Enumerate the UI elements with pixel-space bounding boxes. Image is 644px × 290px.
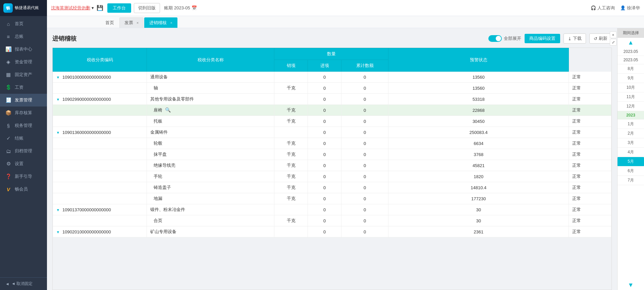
tab-reconcile-close[interactable]: × xyxy=(170,21,172,25)
period-item[interactable]: 6月 xyxy=(618,166,644,176)
cell-total: 30450 xyxy=(388,116,569,127)
period-item[interactable]: 12月 xyxy=(618,102,644,111)
workbench-button[interactable]: 工作台 xyxy=(107,3,131,13)
cell-purchase: 0 xyxy=(341,83,388,94)
collapse-icon[interactable]: ▼ xyxy=(56,97,60,101)
sidebar-item-settle[interactable]: ✓ 结账 xyxy=(0,132,47,145)
period-item[interactable]: 8月 xyxy=(618,64,644,74)
cell-unit xyxy=(274,72,308,83)
period-item[interactable]: 10月 xyxy=(618,83,644,92)
sidebar-item-reports[interactable]: 📊 报表中心 xyxy=(0,43,47,56)
refresh-button[interactable]: ↺ 刷新 xyxy=(589,33,612,44)
right-panel-close-button[interactable]: × xyxy=(610,31,616,38)
cell-sale: 0 xyxy=(308,138,341,149)
period-item[interactable]: 5月 xyxy=(618,157,644,166)
cell-purchase: 0 xyxy=(341,160,388,171)
cell-purchase: 0 xyxy=(341,215,388,226)
toggle-expand[interactable]: 全部展开 xyxy=(488,35,521,42)
cell-total: 13560 xyxy=(388,72,569,83)
period-down-button[interactable]: ▼ xyxy=(618,280,644,290)
topbar: 沈海英测试经营勿删 ▾ 💾 工作台 切到旧版 账期 2023-05 📅 🎧 人工… xyxy=(47,0,644,16)
collapse-icon[interactable]: ▼ xyxy=(56,208,60,212)
tab-reconcile[interactable]: 进销稽核 × xyxy=(144,17,177,28)
period-item[interactable]: 2月 xyxy=(618,129,644,138)
period-item[interactable]: 3月 xyxy=(618,138,644,148)
period-up-button[interactable]: ▲ xyxy=(618,38,644,48)
product-code-button[interactable]: 商品编码设置 xyxy=(525,34,560,43)
tab-invoice[interactable]: 发票 × xyxy=(119,17,144,28)
cell-name: 铸造盖子 xyxy=(147,182,274,193)
cell-name: 矿山专用设备 xyxy=(147,226,274,237)
headset-icon: 🎧 xyxy=(591,5,596,10)
th-purchase: 进项 xyxy=(308,60,341,72)
period-item[interactable]: 2023.05 xyxy=(618,48,644,56)
period-item[interactable]: 7月 xyxy=(618,176,644,185)
cell-total: 45821 xyxy=(388,160,569,171)
period-label: 账期 xyxy=(164,5,173,11)
table-row: 抹平盘 千克 0 0 3768 正常 xyxy=(53,149,611,160)
page-actions: 全部展开 商品编码设置 ⤓ 下载 ↺ 刷新 xyxy=(488,33,612,44)
sidebar-item-inventory[interactable]: 📦 库存核算 xyxy=(0,106,47,119)
period-item[interactable]: 4月 xyxy=(618,148,644,157)
cell-code: ▼ 10902990000000000000 xyxy=(53,94,147,105)
cell-unit xyxy=(274,94,308,105)
right-panel-header: 期间选择 xyxy=(618,28,644,38)
sidebar-item-assets[interactable]: ▦ 固定资产 xyxy=(0,68,47,81)
sidebar-item-tax[interactable]: § 税务管理 xyxy=(0,119,47,132)
topbar-user[interactable]: 👤 徐泽华 xyxy=(620,5,640,11)
cell-name: 金属铸件 xyxy=(147,127,274,138)
sidebar-item-archive-label: 归档管理 xyxy=(15,148,32,154)
payroll-icon: 💲 xyxy=(5,84,11,90)
sidebar-item-funds[interactable]: ◈ 资金管理 xyxy=(0,56,47,68)
cell-total: 13560 xyxy=(388,83,569,94)
sidebar-item-ledger[interactable]: ≡ 总账 xyxy=(0,30,47,43)
topbar-service[interactable]: 🎧 人工咨询 xyxy=(591,5,615,11)
sidebar-item-payroll[interactable]: 💲 工资 xyxy=(0,81,47,94)
topbar-company[interactable]: 沈海英测试经营勿删 ▾ xyxy=(51,5,94,11)
toggle-switch[interactable] xyxy=(488,35,502,42)
sidebar-item-guide[interactable]: ❓ 新手引导 xyxy=(0,170,47,183)
sidebar-footer-label: ◄ 取消固定 xyxy=(11,281,33,287)
cell-purchase: 0 xyxy=(341,138,388,149)
sidebar-item-invoice[interactable]: 🧾 发票管理 xyxy=(0,94,47,106)
period-item[interactable]: 2023 xyxy=(618,111,644,120)
cell-status: 正常 xyxy=(569,116,611,127)
sidebar-item-archive[interactable]: 🗂 归档管理 xyxy=(0,145,47,157)
cell-name: 手轮 xyxy=(147,171,274,182)
switch-version-button[interactable]: 切到旧版 xyxy=(134,3,160,13)
sidebar-footer-collapse[interactable]: ◄ ◄ 取消固定 xyxy=(0,277,47,290)
table-row: 托板 千克 0 0 30450 正常 xyxy=(53,116,611,127)
period-item[interactable]: 9月 xyxy=(618,74,644,83)
collapse-icon[interactable]: ▼ xyxy=(56,230,60,234)
cell-total: 14810.4 xyxy=(388,182,569,193)
sidebar-item-tax-label: 税务管理 xyxy=(15,123,32,129)
search-icon[interactable]: 🔍 xyxy=(165,107,171,113)
cell-status: 正常 xyxy=(569,226,611,237)
ledger-icon: ≡ xyxy=(5,33,11,40)
cell-unit: 千克 xyxy=(274,171,308,182)
cell-code xyxy=(53,215,147,226)
collapse-icon[interactable]: ▼ xyxy=(56,131,60,135)
service-label: 人工咨询 xyxy=(597,5,615,11)
period-item[interactable]: 11月 xyxy=(618,92,644,102)
cell-status: 正常 xyxy=(569,105,611,116)
calendar-icon[interactable]: 📅 xyxy=(192,5,197,10)
table-row: 轴 千克 0 0 13560 正常 xyxy=(53,83,611,94)
cell-name: 轴 xyxy=(147,83,274,94)
tab-home[interactable]: 首页 xyxy=(101,18,119,28)
collapse-icon[interactable]: ▼ xyxy=(56,75,60,79)
period-item[interactable]: 2023.05 xyxy=(618,56,644,64)
cell-sale: 0 xyxy=(308,72,341,83)
tab-invoice-close[interactable]: × xyxy=(137,21,139,25)
sidebar-item-settings[interactable]: ⚙ 设置 xyxy=(0,157,47,170)
cell-name: 锻件、粉末冶金件 xyxy=(147,204,274,215)
cell-sale: 0 xyxy=(308,127,341,138)
sidebar-item-member[interactable]: V 畅会员 xyxy=(0,183,47,196)
right-panel-expand-button[interactable]: ⤢ xyxy=(610,39,616,46)
period-item[interactable]: 1月 xyxy=(618,120,644,129)
sidebar-item-home[interactable]: ⌂ 首页 xyxy=(0,17,47,30)
table-row: ▼ 10902010000000000000 矿山专用设备 0 0 2361 正… xyxy=(53,226,611,237)
settle-icon: ✓ xyxy=(5,135,11,141)
cell-purchase: 0 xyxy=(341,72,388,83)
download-button[interactable]: ⤓ 下载 xyxy=(564,33,586,44)
